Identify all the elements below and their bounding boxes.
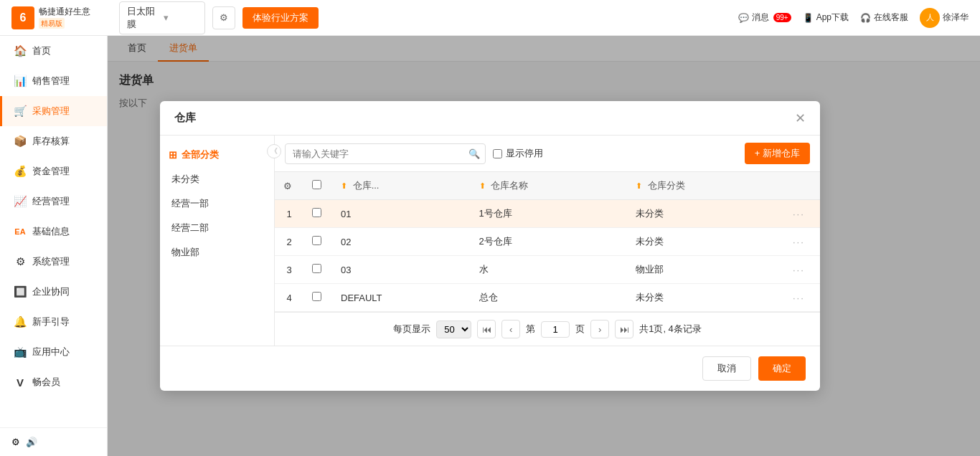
row-actions-icon[interactable]: ··· [793, 293, 805, 303]
sidebar-item-operations[interactable]: 📈 经营管理 [0, 186, 107, 217]
message-button[interactable]: 💬 消息 99+ [738, 11, 791, 24]
sidebar-label-sales: 销售管理 [32, 75, 70, 87]
enterprise-icon: 🔲 [14, 285, 27, 298]
last-page-button[interactable]: ⏭ [615, 320, 633, 338]
finance-icon: 💰 [14, 165, 27, 178]
table-row[interactable]: 2 02 2号仓库 未分类 ··· [275, 228, 820, 256]
top-header: 6 畅捷通好生意 精易版 日太阳膜 ▾ ⚙ 体验行业方案 💬 消息 99+ 📱 … [0, 0, 980, 36]
sidebar-bottom: ⚙ 🔊 [0, 427, 107, 456]
store-name: 日太阳膜 [127, 5, 161, 31]
row-actions-icon[interactable]: ··· [793, 265, 805, 275]
col-category[interactable]: ⬆ 仓库分类 [627, 172, 784, 200]
cell-dots[interactable]: ··· [784, 256, 820, 284]
cell-checkbox[interactable] [303, 284, 332, 312]
cell-index: 2 [275, 228, 303, 256]
sidebar-item-app-center[interactable]: 📺 应用中心 [0, 337, 107, 367]
sidebar-item-member[interactable]: V 畅会员 [0, 367, 107, 397]
modal-overlay: 仓库 ✕ ⊞ 全部分类 《 未分类 经营一部 经营二部 [108, 36, 980, 456]
sidebar-label-system: 系统管理 [32, 255, 70, 268]
sidebar-item-inventory[interactable]: 📦 库存核算 [0, 126, 107, 156]
row-checkbox[interactable] [312, 292, 321, 301]
sidebar-item-finance[interactable]: 💰 资金管理 [0, 156, 107, 186]
member-icon: V [14, 376, 27, 389]
cell-checkbox[interactable] [303, 228, 332, 256]
store-selector[interactable]: 日太阳膜 ▾ [119, 1, 205, 34]
col-actions [784, 172, 820, 200]
row-checkbox[interactable] [312, 264, 321, 273]
sidebar-item-system[interactable]: ⚙ 系统管理 [0, 247, 107, 277]
sidebar-label-inventory: 库存核算 [32, 135, 70, 148]
row-actions-icon[interactable]: ··· [793, 237, 805, 247]
modal-close-button[interactable]: ✕ [795, 112, 806, 125]
sidebar-item-purchase[interactable]: 🛒 采购管理 [0, 96, 107, 126]
col-checkbox [303, 172, 332, 200]
search-input[interactable] [285, 143, 486, 164]
user-profile-button[interactable]: 人 徐泽华 [920, 8, 969, 28]
logo-area: 6 畅捷通好生意 精易版 [11, 6, 119, 29]
prev-page-button[interactable]: ‹ [501, 320, 520, 338]
sidebar-settings-icon[interactable]: ⚙ [11, 437, 20, 447]
all-categories-label: 全部分类 [182, 148, 219, 161]
pagination-bar: 每页显示 50 ⏮ ‹ 第 页 [275, 312, 820, 346]
first-page-button[interactable]: ⏮ [477, 320, 496, 338]
avatar: 人 [920, 8, 940, 28]
category-item-ops1[interactable]: 经营一部 [160, 191, 274, 216]
cancel-button[interactable]: 取消 [702, 356, 751, 381]
cell-code: 01 [332, 200, 471, 228]
sidebar-item-basic-info[interactable]: EA 基础信息 [0, 217, 107, 247]
cell-index: 4 [275, 284, 303, 312]
sidebar-item-guide[interactable]: 🔔 新手引导 [0, 307, 107, 337]
table-row[interactable]: 1 01 1号仓库 未分类 ··· [275, 200, 820, 228]
dropdown-arrow-icon: ▾ [164, 12, 197, 23]
table-scroll[interactable]: ⚙ ⬆ 仓库... [275, 172, 820, 312]
show-disabled-checkbox[interactable] [493, 149, 502, 158]
current-page-input[interactable] [541, 321, 570, 338]
app-download-button[interactable]: 📱 App下载 [803, 11, 849, 24]
online-service-button[interactable]: 🎧 在线客服 [860, 11, 908, 24]
system-icon: ⚙ [14, 255, 27, 268]
next-page-icon: › [598, 324, 601, 335]
row-checkbox[interactable] [312, 236, 321, 245]
row-checkbox[interactable] [312, 208, 321, 217]
cell-dots[interactable]: ··· [784, 200, 820, 228]
add-warehouse-button[interactable]: + 新增仓库 [745, 143, 810, 164]
category-item-ops2[interactable]: 经营二部 [160, 216, 274, 240]
table-body: 1 01 1号仓库 未分类 ··· 2 02 2号仓库 未分类 ··· 3 03… [275, 200, 820, 312]
confirm-button[interactable]: 确定 [758, 356, 806, 381]
sidebar-sound-icon[interactable]: 🔊 [26, 437, 37, 447]
select-all-checkbox[interactable] [312, 180, 321, 189]
home-icon: 🏠 [14, 44, 27, 57]
warehouse-modal: 仓库 ✕ ⊞ 全部分类 《 未分类 经营一部 经营二部 [160, 101, 820, 391]
table-header-row: ⚙ ⬆ 仓库... [275, 172, 820, 200]
sidebar-item-home[interactable]: 🏠 首页 [0, 36, 107, 66]
table-row[interactable]: 3 03 水 物业部 ··· [275, 256, 820, 284]
collapse-sidebar-button[interactable]: 《 [267, 144, 281, 158]
category-item-unclassified[interactable]: 未分类 [160, 167, 274, 191]
header-center: 日太阳膜 ▾ ⚙ 体验行业方案 [119, 1, 738, 34]
category-item-property[interactable]: 物业部 [160, 240, 274, 265]
sidebar-label-home: 首页 [32, 44, 51, 57]
per-page-select[interactable]: 50 [436, 320, 471, 338]
all-categories-button[interactable]: ⊞ 全部分类 [160, 143, 274, 167]
table-row[interactable]: 4 DEFAULT 总仓 未分类 ··· [275, 284, 820, 312]
col-name[interactable]: ⬆ 仓库名称 [471, 172, 628, 200]
cell-checkbox[interactable] [303, 256, 332, 284]
row-actions-icon[interactable]: ··· [793, 209, 805, 219]
grid-icon: ⊞ [169, 149, 177, 161]
col-code[interactable]: ⬆ 仓库... [332, 172, 471, 200]
category-sidebar: ⊞ 全部分类 《 未分类 经营一部 经营二部 物业部 [160, 136, 275, 346]
cell-dots[interactable]: ··· [784, 284, 820, 312]
cell-name: 总仓 [471, 284, 628, 312]
cell-checkbox[interactable] [303, 200, 332, 228]
show-disabled-wrapper: 显示停用 [493, 147, 543, 160]
brand-name: 畅捷通好生意 精易版 [39, 6, 90, 29]
search-icon[interactable]: 🔍 [468, 148, 480, 159]
cell-dots[interactable]: ··· [784, 228, 820, 256]
cell-category: 物业部 [627, 256, 784, 284]
settings-button[interactable]: ⚙ [212, 6, 235, 29]
first-page-icon: ⏮ [482, 324, 491, 335]
next-page-button[interactable]: › [590, 320, 609, 338]
sidebar-item-sales[interactable]: 📊 销售管理 [0, 66, 107, 96]
try-industry-button[interactable]: 体验行业方案 [242, 7, 319, 29]
sidebar-item-enterprise[interactable]: 🔲 企业协同 [0, 277, 107, 307]
